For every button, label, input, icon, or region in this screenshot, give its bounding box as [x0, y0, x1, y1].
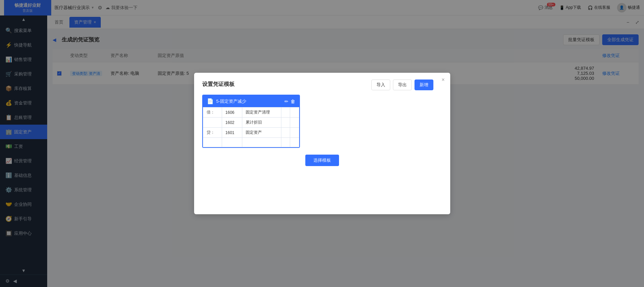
entry-type-1: [203, 118, 222, 128]
entry-credit-2: [290, 128, 299, 138]
template-entry-row-2: 贷： 1601 固定资产: [203, 128, 299, 138]
entry-code-3: [222, 138, 242, 147]
entry-type-3: [203, 138, 222, 147]
entry-type-0: 借：: [203, 107, 222, 118]
entry-name-1: 累计折旧: [242, 118, 281, 128]
modal-toolbar: 导入 导出 新增: [371, 79, 433, 90]
template-card-actions: ✏ 🗑: [284, 99, 295, 104]
entry-debit-2: [281, 128, 290, 138]
entry-credit-1: [290, 118, 299, 128]
document-icon: 📄: [207, 98, 214, 104]
template-entries-table: 借： 1606 固定资产清理 1602 累计折旧: [203, 107, 299, 147]
template-entry-row-3: [203, 138, 299, 147]
import-button[interactable]: 导入: [371, 79, 390, 90]
content-area: 首页 资产管理 × − ⤢ ◀ 生成的凭证预览: [47, 15, 644, 287]
export-button[interactable]: 导出: [393, 79, 412, 90]
template-card-header: 📄 5-固定资产减少 ✏ 🗑: [203, 95, 299, 107]
template-entry-row-1: 1602 累计折旧: [203, 118, 299, 128]
entry-debit-1: [281, 118, 290, 128]
new-button[interactable]: 新增: [415, 79, 433, 90]
entry-code-0: 1606: [222, 107, 242, 118]
modal-dialog: 设置凭证模板 导入 导出 新增 × 📄 5-固定资产减少: [194, 73, 450, 214]
entry-name-2: 固定资产: [242, 128, 281, 138]
edit-icon[interactable]: ✏: [284, 99, 288, 104]
entry-debit-0: [281, 107, 290, 118]
entry-credit-3: [290, 138, 299, 147]
entry-code-1: 1602: [222, 118, 242, 128]
delete-icon[interactable]: 🗑: [290, 99, 295, 104]
entry-type-2: 贷：: [203, 128, 222, 138]
modal-close-button[interactable]: ×: [441, 77, 444, 83]
template-card-title: 5-固定资产减少: [216, 98, 282, 104]
entry-code-2: 1601: [222, 128, 242, 138]
template-card: 📄 5-固定资产减少 ✏ 🗑 借： 1606: [202, 95, 300, 148]
select-template-button[interactable]: 选择模板: [305, 155, 339, 166]
entry-name-3: [242, 138, 281, 147]
page-content: ◀ 生成的凭证预览 批量凭证模板 全部生成凭证 变动类型 资产名称: [47, 29, 644, 287]
template-entry-row-0: 借： 1606 固定资产清理: [203, 107, 299, 118]
entry-name-0: 固定资产清理: [242, 107, 281, 118]
entry-debit-3: [281, 138, 290, 147]
modal-overlay: 设置凭证模板 导入 导出 新增 × 📄 5-固定资产减少: [47, 29, 644, 287]
entry-credit-0: [290, 107, 299, 118]
